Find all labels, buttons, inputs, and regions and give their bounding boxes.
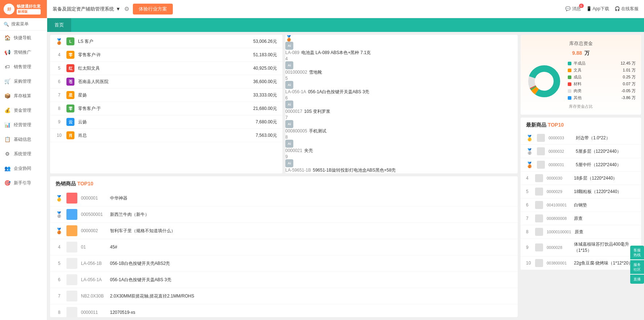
latest-row-5[interactable]: 5 0000029 18颗粒板（1220*2440） <box>521 185 641 198</box>
goods-row-7[interactable]: 7 Ai 000800005手机测试 <box>285 115 518 134</box>
basic-icon: 📋 <box>4 136 11 143</box>
search-icon: 🔍 <box>4 22 9 27</box>
product-row-8[interactable]: 8 0000011 12070519-xs <box>50 304 518 317</box>
customer-row-4[interactable]: 4 零 零售客户·许 51,183.00元 <box>50 48 282 62</box>
product-row-7[interactable]: 7 NB2.0X30B 2.0X30MM双搓花轴,搓花直径2.1MM/ROHS <box>50 288 518 304</box>
latest-code: 10000100001 <box>547 230 571 234</box>
customer-amount: 21,680.00元 <box>253 106 277 112</box>
medal-icon: 🥉 <box>56 227 63 234</box>
product-code: 000500001 <box>81 212 106 217</box>
middle-panels: 🥉 L LS 客户 53,006.26元 4 零 零售客户·许 51,183.0… <box>47 32 521 320</box>
sidebar-item-marketing[interactable]: 📢 营销推广 <box>0 45 47 60</box>
finance-icon: 💰 <box>4 107 11 114</box>
rank-num: 6 <box>56 277 63 282</box>
latest-row-8[interactable]: 8 10000100001 原查 <box>521 225 641 239</box>
system-selector[interactable]: 装备及固定资产辅助管理系统 ▼ <box>53 6 121 12</box>
sidebar-item-stock[interactable]: 📦 库存核算 <box>0 89 47 103</box>
sidebar-item-system[interactable]: ⚙ 系统管理 <box>0 147 47 161</box>
product-code: 0000002 <box>81 228 106 233</box>
app-download-button[interactable]: 📱 App下载 <box>586 6 609 12</box>
sidebar-item-collab[interactable]: 👥 企业协同 <box>0 161 47 176</box>
product-row-5[interactable]: 5 LA-056-1B 056-1B白色按键开关壳ABS2壳 <box>50 255 518 272</box>
customer-row-3[interactable]: 🥉 L LS 客户 53,006.26元 <box>50 35 282 48</box>
customer-row-8[interactable]: 8 零 零售客户·于 21,680.00元 <box>50 102 282 115</box>
customer-row-9[interactable]: 9 云 云扬 7,680.00元 <box>50 115 282 129</box>
latest-row-1[interactable]: 🥇 0000033 封边带（1.0*22） <box>521 131 641 145</box>
rank-num: 10 <box>526 260 531 266</box>
latest-row-9[interactable]: 9 0000028 体城嘉核味苏打饮品400毫升（1*15） <box>521 239 641 257</box>
sidebar-item-purchase[interactable]: 🛒 采购管理 <box>0 74 47 89</box>
rank-num: 5 <box>56 261 63 266</box>
product-row-1[interactable]: 🥇 0000001 中华神器 <box>50 190 518 206</box>
latest-row-4[interactable]: 4 0000030 18多层（1220*2440） <box>521 172 641 185</box>
product-img <box>66 291 77 301</box>
latest-row-10[interactable]: 10 003800001 22g鱼豆腐·烧烤味（1*12*20） <box>521 257 641 270</box>
product-img <box>66 242 77 253</box>
sidebar-item-sales[interactable]: 🏷 销售管理 <box>0 60 47 74</box>
hot-products-title: 热销商品 TOP10 <box>50 176 518 190</box>
float-service-community[interactable]: 服务社区 <box>630 260 644 274</box>
system-name: 装备及固定资产辅助管理系统 <box>53 6 114 12</box>
medal-icon: 🥈 <box>526 148 533 155</box>
trial-button[interactable]: 体验行业方案 <box>133 4 173 15</box>
customer-row-6[interactable]: 6 苍 苍南县人民医院 36,600.00元 <box>50 75 282 89</box>
sidebar-search[interactable]: 🔍 搜索菜单 <box>0 18 47 30</box>
float-livestream[interactable]: 直播 <box>630 275 644 284</box>
sidebar-item-home[interactable]: 🏠 快捷导航 <box>0 30 47 45</box>
home-icon: 🏠 <box>4 34 11 41</box>
latest-code: 004100001 <box>547 203 570 207</box>
product-row-4[interactable]: 4 01 45# <box>50 239 518 255</box>
rank-num: 7 <box>285 115 288 120</box>
float-service-hotline[interactable]: 客服热线 <box>630 246 644 259</box>
legend-item-stationery: 文具 1.01 万 <box>568 67 636 73</box>
sidebar-item-guide[interactable]: 🎯 新手引导 <box>0 176 47 190</box>
legend-dot <box>568 75 571 79</box>
customer-row-5[interactable]: 5 红 红太阳文具 40,925.00元 <box>50 62 282 75</box>
sidebar-item-operation[interactable]: 📊 经营管理 <box>0 118 47 132</box>
float-buttons: 客服热线 服务社区 直播 <box>630 246 644 284</box>
rank-num: 4 <box>526 176 531 181</box>
product-row-6[interactable]: 6 LA-056-1A 056-1A白色按键开关盖ABS 3壳 <box>50 272 518 288</box>
online-service-button[interactable]: 🎧 在线客服 <box>615 6 639 12</box>
sidebar-item-basic[interactable]: 📋 基础信息 <box>0 132 47 147</box>
purchase-icon: 🛒 <box>4 78 11 85</box>
goods-row-8[interactable]: 8 Ai 0000021夹壳 <box>285 134 518 154</box>
goods-row-6[interactable]: 6 Ai 000001710S 变利罗浆 <box>285 95 518 115</box>
logo-area: 好 畅捷通好生意 标准版 <box>0 0 47 18</box>
product-name: 056-1A白色按键开关盖ABS 3壳 <box>110 277 512 283</box>
latest-row-6[interactable]: 6 004100001 白钢垫 <box>521 198 641 212</box>
sidebar-item-finance[interactable]: 💰 资金管理 <box>0 103 47 118</box>
goods-row-4[interactable]: 4 Ai 001000002雪地靴 <box>285 56 518 75</box>
legend-item-meat: 肉类 -0.05 万 <box>568 88 636 94</box>
product-code: 01 <box>81 245 106 250</box>
settings-icon[interactable]: ⚙ <box>124 5 129 12</box>
customer-amount: 36,600.00元 <box>253 79 277 85</box>
product-code: 0000011 <box>81 310 106 315</box>
goods-row-9[interactable]: 9 Ai LA-59651-1B59651-1B旋转投影灯电池盒ABS黑色+58… <box>285 154 518 173</box>
product-row-2[interactable]: 🥈 000500001 新西兰牛肉（新牛） <box>50 206 518 223</box>
headset-icon: 🎧 <box>615 6 620 11</box>
product-row-3[interactable]: 🥉 0000002 智利车子里（规格不知道填什么） <box>50 223 518 239</box>
latest-row-3[interactable]: 🥉 0000031 5厘中纤（1220*2440） <box>521 158 641 172</box>
stock-icon: 📦 <box>4 92 11 99</box>
goods-badge: Ai <box>285 120 293 128</box>
tab-home[interactable]: 首页 <box>47 18 71 32</box>
customer-row-7[interactable]: 7 星 星扬 33,333.00元 <box>50 89 282 102</box>
customer-row-10[interactable]: 10 肖 肖总 7,563.00元 <box>50 129 282 142</box>
goods-row-5[interactable]: 5 Ai LA-056-1A056-1A白色按键开关盖ABS 3壳 <box>285 75 518 95</box>
latest-name: 白钢垫 <box>574 202 636 208</box>
rank-num: 4 <box>56 52 63 57</box>
customer-badge: 零 <box>66 51 74 59</box>
latest-row-7[interactable]: 7 000800008 原查 <box>521 212 641 225</box>
latest-row-2[interactable]: 🥈 0000032 5厘多层（1220*2440） <box>521 145 641 158</box>
message-button[interactable]: 💬 消息 6 <box>565 6 580 12</box>
sales-icon: 🏷 <box>4 63 11 70</box>
stock-caption: 库存资金占比 <box>526 104 636 109</box>
marketing-icon: 📢 <box>4 49 11 56</box>
message-count: 6 <box>579 4 584 8</box>
goods-row-3[interactable]: 🥉 Ai LA-089电池盖 LA-089 ABS本色+黑种 7.1克 <box>285 35 518 56</box>
latest-name: 原查 <box>574 216 636 222</box>
latest-code: 0000030 <box>547 176 570 180</box>
stock-total-label: 库存总资金 <box>526 40 636 47</box>
medal-icon: 🥈 <box>56 211 63 218</box>
